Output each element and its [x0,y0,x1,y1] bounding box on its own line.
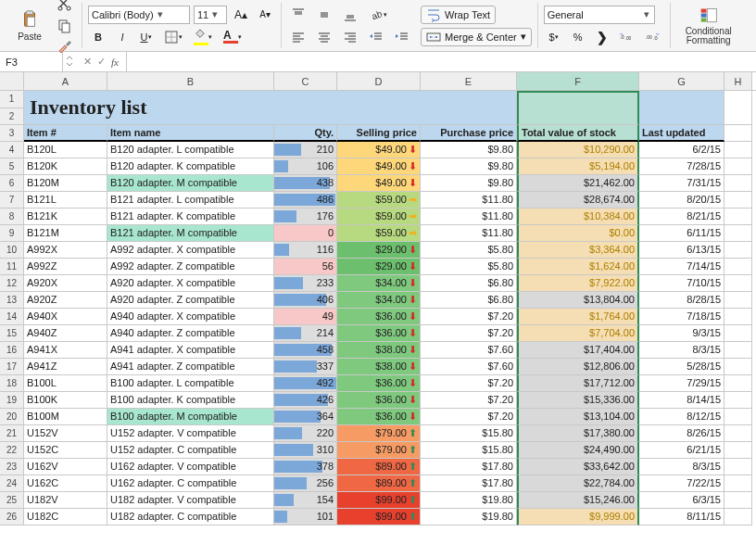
cell-purchase-price[interactable]: $9.80 [421,158,517,175]
cell-item-id[interactable]: A920X [24,275,107,292]
cell[interactable] [724,325,752,342]
cell-selling-price[interactable]: $36.00⬇ [337,325,421,342]
cell[interactable] [724,275,752,292]
cell-total-value[interactable]: $15,336.00 [517,392,639,409]
cell-qty[interactable]: 210 [274,142,337,158]
cell-item-id[interactable]: B100L [24,375,107,392]
cell-purchase-price[interactable]: $9.80 [421,175,517,192]
cell-purchase-price[interactable]: $7.20 [421,409,517,425]
cell[interactable] [724,259,752,275]
cell-item-id[interactable]: B121L [24,192,107,209]
orientation-button[interactable]: ab▾ [365,6,391,24]
header-cell[interactable]: Item # [24,125,107,142]
cell-last-updated[interactable]: 7/18/15 [639,309,724,325]
cell-item-id[interactable]: U162V [24,459,107,475]
cell-purchase-price[interactable]: $5.80 [421,242,517,259]
cell-total-value[interactable]: $15,246.00 [517,492,639,509]
align-right-button[interactable] [339,28,361,46]
header-cell[interactable]: Selling price [337,125,421,142]
cell[interactable] [724,375,752,392]
row-header[interactable]: 5 [0,158,24,175]
cell-last-updated[interactable]: 7/14/15 [639,259,724,275]
cell-selling-price[interactable]: $38.00⬇ [337,359,421,375]
row-header[interactable]: 8 [0,209,24,225]
cell-item-id[interactable]: B100K [24,392,107,409]
cell-last-updated[interactable]: 5/28/15 [639,359,724,375]
cell-total-value[interactable]: $17,712.00 [517,375,639,392]
increase-font-button[interactable]: A▴ [231,6,251,24]
cell-qty[interactable]: 176 [274,209,337,225]
cell-total-value[interactable]: $24,490.00 [517,442,639,459]
cell[interactable] [724,492,752,509]
cell-item-name[interactable]: A920 adapter. X compatible [107,275,274,292]
row-header[interactable]: 1 [0,91,24,108]
font-name-select[interactable]: Calibri (Body) ▾ [88,6,190,24]
cell-purchase-price[interactable]: $9.80 [421,142,517,158]
cell-purchase-price[interactable]: $19.80 [421,509,517,525]
cell-last-updated[interactable]: 8/12/15 [639,409,724,425]
cell-item-id[interactable]: B121M [24,225,107,242]
copy-button[interactable] [54,17,76,35]
cell[interactable] [724,409,752,425]
cell-item-name[interactable]: U182 adapter. V compatible [107,492,274,509]
cell[interactable] [724,309,752,325]
cell[interactable] [724,91,752,125]
cell-item-name[interactable]: B100 adapter. L compatible [107,375,274,392]
row-header[interactable]: 11 [0,259,24,275]
cell[interactable] [724,425,752,442]
cell-item-name[interactable]: A941 adapter. Z compatible [107,359,274,375]
cell-qty[interactable]: 426 [274,392,337,409]
col-header-B[interactable]: B [107,72,274,90]
cell-selling-price[interactable]: $36.00⬇ [337,392,421,409]
cell-last-updated[interactable]: 6/11/15 [639,225,724,242]
cell-qty[interactable]: 106 [274,158,337,175]
cell-total-value[interactable]: $9,999.00 [517,509,639,525]
cell-selling-price[interactable]: $99.00⬆ [337,509,421,525]
cell-selling-price[interactable]: $89.00⬆ [337,475,421,492]
col-header-G[interactable]: G [639,72,724,90]
cell-item-id[interactable]: B120M [24,175,107,192]
header-cell[interactable]: Item name [107,125,274,142]
cell-selling-price[interactable]: $59.00➡ [337,225,421,242]
cell-item-id[interactable]: U152C [24,442,107,459]
cell[interactable] [724,142,752,158]
cell-last-updated[interactable]: 8/20/15 [639,192,724,209]
cell[interactable] [724,359,752,375]
cell-item-name[interactable]: A940 adapter. X compatible [107,309,274,325]
cell-purchase-price[interactable]: $7.60 [421,342,517,359]
decrease-decimal-button[interactable]: .00.0 [642,28,664,46]
cell-last-updated[interactable]: 7/10/15 [639,275,724,292]
cell-item-id[interactable]: A920Z [24,292,107,309]
cell-total-value[interactable]: $7,922.00 [517,275,639,292]
col-header-C[interactable]: C [274,72,337,90]
cell-selling-price[interactable]: $79.00⬆ [337,425,421,442]
cell-total-value[interactable]: $22,784.00 [517,475,639,492]
cell-purchase-price[interactable]: $7.20 [421,325,517,342]
row-header[interactable]: 12 [0,275,24,292]
cell-purchase-price[interactable]: $11.80 [421,192,517,209]
cell-item-name[interactable]: U182 adapter. C compatible [107,509,274,525]
cell-qty[interactable]: 154 [274,492,337,509]
cell-item-name[interactable]: U152 adapter. V compatible [107,425,274,442]
cell-last-updated[interactable]: 6/2/15 [639,142,724,158]
increase-decimal-button[interactable]: .0.00 [616,28,638,46]
cell-selling-price[interactable]: $99.00⬆ [337,492,421,509]
namebox-stepper[interactable] [63,55,76,70]
cell-item-name[interactable]: A940 adapter. Z compatible [107,325,274,342]
cell-item-id[interactable]: U182C [24,509,107,525]
cell-last-updated[interactable]: 7/28/15 [639,158,724,175]
cell-purchase-price[interactable]: $11.80 [421,225,517,242]
align-middle-button[interactable] [313,6,335,24]
cell-total-value[interactable]: $33,642.00 [517,459,639,475]
cell-last-updated[interactable]: 7/22/15 [639,475,724,492]
row-header[interactable]: 22 [0,442,24,459]
cell[interactable] [724,475,752,492]
cell-qty[interactable]: 220 [274,425,337,442]
border-button[interactable]: ▾ [160,28,186,46]
cell-selling-price[interactable]: $79.00⬆ [337,442,421,459]
row-header[interactable]: 7 [0,192,24,209]
cell-qty[interactable]: 310 [274,442,337,459]
cell-selling-price[interactable]: $59.00➡ [337,209,421,225]
cell-last-updated[interactable]: 8/11/15 [639,509,724,525]
col-header-A[interactable]: A [24,72,107,90]
